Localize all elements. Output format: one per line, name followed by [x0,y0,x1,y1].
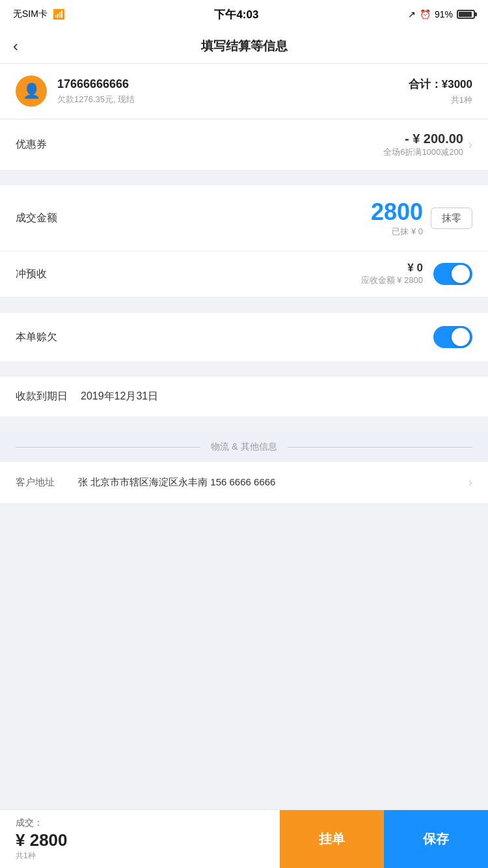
page-title: 填写结算等信息 [201,38,288,55]
battery-bar [457,10,475,19]
prepay-amount: ¥ 0 [361,262,423,275]
prepay-label: 冲预收 [16,267,74,281]
user-card: 👤 17666666666 欠款1276.35元, 现结 合计：¥3000 共1… [0,64,488,170]
empty-area [0,503,488,633]
bottom-trans-amount: ¥ 2800 [16,830,264,850]
debt-toggle-thumb [452,328,470,346]
section-divider-1 [0,178,488,185]
due-date-card: 收款到期日 2019年12月31日 [0,377,488,416]
carrier-text: 无SIM卡 [13,8,47,20]
due-date-value: 2019年12月31日 [81,390,158,403]
address-label: 客户地址 [16,476,68,489]
back-button[interactable]: ‹ [13,37,18,55]
status-time: 下午4:03 [214,7,258,22]
prepay-row: 冲预收 ¥ 0 应收金额 ¥ 2800 [0,251,488,297]
trans-right: 2800 已抹 ¥ 0 [371,198,423,237]
user-phone: 17666666666 [57,77,409,91]
debt-card: 本单赊欠 [0,313,488,361]
transaction-value-area: 2800 已抹 ¥ 0 抹零 [371,198,472,237]
address-chevron-icon: › [468,476,472,489]
debt-label: 本单赊欠 [16,331,74,344]
coupon-chevron-icon: › [468,138,472,152]
bottom-trans-label: 成交： [16,817,264,829]
due-date-row: 收款到期日 2019年12月31日 [0,377,488,416]
user-sub-text: 欠款1276.35元, 现结 [57,94,409,105]
save-button[interactable]: 保存 [384,810,488,869]
section-divider-2 [0,305,488,313]
total-count: 共1种 [409,94,472,106]
round-button[interactable]: 抹零 [431,208,472,229]
bottom-summary: 成交： ¥ 2800 共1种 [0,817,280,861]
logistics-line-left [16,447,200,448]
coupon-label: 优惠券 [16,138,68,152]
due-date-label: 收款到期日 [16,390,68,403]
section-divider-4 [0,424,488,432]
user-total: 合计：¥3000 共1种 [409,77,472,106]
avatar: 👤 [16,75,47,107]
coupon-desc: 全场6折满1000减200 [383,146,463,158]
user-row: 👤 17666666666 欠款1276.35元, 现结 合计：¥3000 共1… [0,64,488,119]
debt-toggle[interactable] [433,326,472,348]
status-bar: 无SIM卡 📶 下午4:03 ↗ ⏰ 91% [0,0,488,29]
address-row[interactable]: 客户地址 张 北京市市辖区海淀区永丰南 156 6666 6666 › [0,462,488,503]
coupon-row[interactable]: 优惠券 - ¥ 200.00 全场6折满1000减200 › [0,119,488,170]
alarm-icon: ⏰ [420,9,431,20]
prepay-sub: 应收金额 ¥ 2800 [361,275,423,286]
coupon-value: - ¥ 200.00 [383,131,463,146]
wifi-icon: 📶 [53,8,65,20]
prepay-right: ¥ 0 应收金额 ¥ 2800 [361,262,472,286]
avatar-icon: 👤 [23,83,40,100]
battery-percent: 91% [435,9,453,20]
bottom-bar: 成交： ¥ 2800 共1种 挂单 保存 [0,809,488,868]
logistics-text: 物流 & 其他信息 [200,441,287,453]
transaction-sub: 已抹 ¥ 0 [392,226,423,237]
logistics-line-right [288,447,472,448]
prepay-value-area: ¥ 0 应收金额 ¥ 2800 [361,262,423,286]
address-value: 张 北京市市辖区海淀区永丰南 156 6666 6666 [78,475,462,490]
status-right: ↗ ⏰ 91% [408,9,475,20]
location-icon: ↗ [408,9,416,20]
total-amount: 合计：¥3000 [409,77,472,92]
nav-bar: ‹ 填写结算等信息 [0,29,488,64]
hold-button[interactable]: 挂单 [280,810,384,869]
section-divider-3 [0,369,488,377]
prepay-toggle[interactable] [433,263,472,285]
content-area: 👤 17666666666 欠款1276.35元, 现结 合计：¥3000 共1… [0,64,488,698]
debt-row: 本单赊欠 [0,313,488,361]
transaction-amount: 2800 [371,198,423,226]
user-info: 17666666666 欠款1276.35元, 现结 [57,77,409,105]
transaction-row: 成交金额 2800 已抹 ¥ 0 抹零 [0,185,488,251]
status-left: 无SIM卡 📶 [13,8,65,20]
prepay-toggle-thumb [452,265,470,283]
debt-value-area [433,326,472,348]
bottom-count: 共1种 [16,850,264,861]
transaction-card: 成交金额 2800 已抹 ¥ 0 抹零 冲预收 ¥ 0 应收金额 ¥ 2800 [0,185,488,297]
logistics-divider: 物流 & 其他信息 [0,432,488,462]
coupon-right: - ¥ 200.00 全场6折满1000减200 › [383,131,472,158]
transaction-label: 成交金额 [16,211,74,225]
battery-fill [459,12,472,17]
